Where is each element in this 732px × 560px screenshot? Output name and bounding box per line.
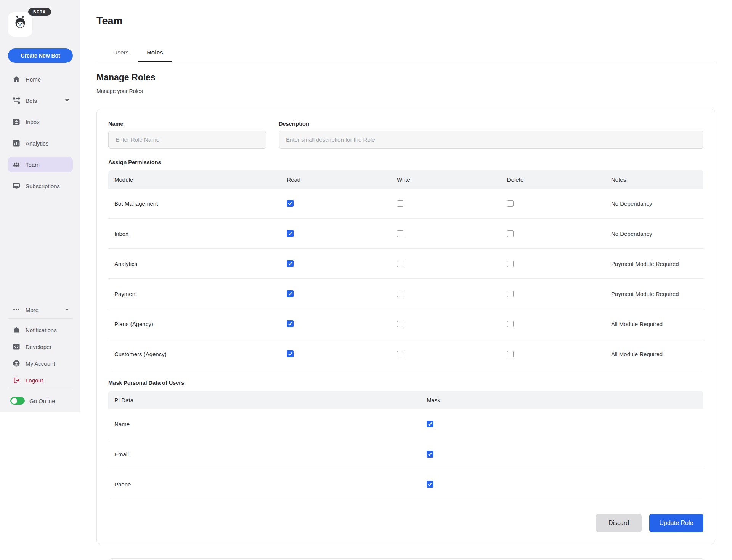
read-checkbox[interactable] (287, 260, 294, 267)
module-notes: Payment Module Required (611, 291, 703, 297)
form-actions: Discard Update Role (108, 514, 703, 532)
table-row: Payment Payment Module Required (108, 279, 703, 309)
tab-roles[interactable]: Roles (138, 44, 172, 62)
module-name: Plans (Agency) (108, 321, 287, 327)
module-name: Analytics (108, 261, 287, 267)
module-name: Bot Management (108, 200, 287, 207)
pi-field-name: Name (108, 421, 427, 427)
table-row: Plans (Agency) All Module Required (108, 309, 703, 339)
col-header-mask: Mask (427, 397, 703, 403)
team-icon (13, 161, 20, 168)
sidebar-item-more[interactable]: More (8, 302, 73, 317)
pi-field-name: Email (108, 451, 427, 458)
role-description-input[interactable] (279, 131, 703, 149)
sidebar-item-team[interactable]: Team (8, 157, 73, 172)
read-checkbox[interactable] (287, 320, 294, 327)
col-header-notes: Notes (611, 176, 703, 183)
delete-checkbox[interactable] (507, 200, 514, 207)
beta-badge: BETA (27, 7, 52, 16)
module-name: Payment (108, 291, 287, 297)
go-online-row: Go Online (8, 393, 73, 408)
account-icon (13, 360, 20, 367)
read-checkbox[interactable] (287, 350, 294, 357)
bots-tree-icon (13, 97, 20, 104)
description-label: Description (279, 121, 703, 127)
update-role-button[interactable]: Update Role (649, 514, 703, 532)
sidebar-item-subscriptions[interactable]: Subscriptions (8, 178, 73, 194)
go-online-label: Go Online (29, 398, 55, 404)
primary-nav: Home Bots Inbox Analytics Team (8, 72, 73, 200)
sidebar-item-home[interactable]: Home (8, 72, 73, 87)
mask-checkbox[interactable] (427, 481, 433, 488)
next-section-top-edge (108, 558, 705, 560)
chevron-down-icon (65, 309, 69, 311)
read-checkbox[interactable] (287, 290, 294, 297)
module-notes: No Dependancy (611, 230, 703, 237)
sidebar-item-developer[interactable]: Developer (8, 339, 73, 354)
role-name-input[interactable] (108, 131, 266, 149)
write-checkbox[interactable] (397, 200, 403, 207)
read-checkbox[interactable] (287, 200, 294, 207)
analytics-icon (13, 139, 20, 147)
module-notes: All Module Required (611, 321, 703, 327)
sidebar-item-label: Logout (26, 377, 43, 384)
sidebar-item-label: More (26, 307, 39, 313)
name-label: Name (108, 121, 266, 127)
mask-checkbox[interactable] (427, 451, 433, 458)
mask-checkbox[interactable] (427, 421, 433, 427)
table-row: Name (108, 409, 703, 439)
more-nav: More (8, 302, 73, 319)
chevron-down-icon (65, 99, 69, 102)
delete-checkbox[interactable] (507, 351, 514, 357)
table-row: Inbox No Dependancy (108, 219, 703, 249)
delete-checkbox[interactable] (507, 291, 514, 297)
module-notes: Payment Module Required (611, 261, 703, 267)
module-name: Inbox (108, 230, 287, 237)
bell-icon (13, 326, 20, 334)
sidebar-item-logout[interactable]: Logout (8, 373, 73, 388)
create-new-bot-button[interactable]: Create New Bot (8, 48, 73, 63)
write-checkbox[interactable] (397, 351, 403, 357)
read-checkbox[interactable] (287, 230, 294, 237)
subscriptions-icon (13, 182, 20, 190)
discard-button[interactable]: Discard (596, 514, 642, 532)
col-header-delete: Delete (507, 176, 611, 183)
delete-checkbox[interactable] (507, 321, 514, 327)
app-logo[interactable] (8, 12, 32, 37)
module-notes: All Module Required (611, 351, 703, 357)
sidebar-item-notifications[interactable]: Notifications (8, 322, 73, 338)
permissions-header-row: Module Read Write Delete Notes (108, 170, 703, 189)
write-checkbox[interactable] (397, 261, 403, 267)
sidebar-item-label: Developer (26, 344, 51, 350)
delete-checkbox[interactable] (507, 261, 514, 267)
tab-users[interactable]: Users (104, 44, 138, 62)
write-checkbox[interactable] (397, 230, 403, 237)
sidebar-item-label: My Account (26, 360, 55, 367)
section-title: Manage Roles (96, 72, 156, 83)
sidebar-item-inbox[interactable]: Inbox (8, 114, 73, 130)
logout-icon (13, 376, 20, 384)
mask-header-row: PI Data Mask (108, 391, 703, 409)
delete-checkbox[interactable] (507, 230, 514, 237)
main-content: Team Users Roles Manage Roles Manage you… (80, 0, 732, 560)
sidebar-item-analytics[interactable]: Analytics (8, 136, 73, 151)
module-name: Customers (Agency) (108, 351, 287, 357)
table-row: Analytics Payment Module Required (108, 249, 703, 279)
secondary-nav: Notifications Developer My Account Logou… (8, 322, 73, 389)
sidebar-item-label: Notifications (26, 327, 57, 333)
module-notes: No Dependancy (611, 200, 703, 207)
sidebar-divider (8, 318, 73, 319)
pi-field-name: Phone (108, 481, 427, 488)
page-title: Team (96, 15, 123, 27)
sidebar-item-label: Analytics (26, 140, 48, 147)
permissions-table: Module Read Write Delete Notes Bot Manag… (108, 170, 703, 369)
go-online-toggle[interactable] (10, 397, 25, 405)
write-checkbox[interactable] (397, 291, 403, 297)
write-checkbox[interactable] (397, 321, 403, 327)
code-icon (13, 343, 20, 350)
col-header-write: Write (397, 176, 507, 183)
sidebar-item-bots[interactable]: Bots (8, 93, 73, 108)
mask-data-label: Mask Personal Data of Users (108, 380, 703, 386)
col-header-module: Module (108, 176, 287, 183)
sidebar-item-my-account[interactable]: My Account (8, 356, 73, 371)
